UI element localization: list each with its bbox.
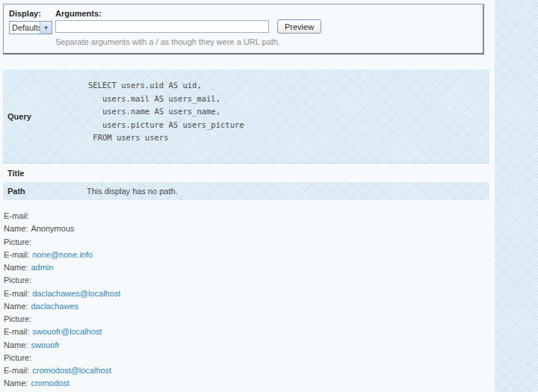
email-field-label: E-mail: — [4, 289, 29, 298]
email-field-label: E-mail: — [4, 366, 29, 375]
arguments-input[interactable] — [55, 20, 269, 33]
email-field-label: E-mail: — [4, 211, 29, 220]
email-field-label: E-mail: — [4, 327, 29, 336]
sql-line: SELECT users.uid AS uid, — [88, 79, 489, 93]
email-field-line: E-mail:none@none.info — [4, 249, 495, 261]
name-value: Anonymous — [31, 224, 74, 233]
email-link[interactable]: daclachawes@localhost — [32, 289, 120, 298]
path-row: Path This display has no path. — [3, 182, 489, 200]
email-field-label: E-mail: — [4, 250, 29, 259]
email-field-line: E-mail:cromodost@localhost — [4, 364, 495, 377]
picture-field-line: Picture: — [4, 352, 495, 364]
display-select-value: Defaults — [10, 22, 40, 34]
user-record: E-mail:daclachawes@localhost Name:daclac… — [4, 287, 495, 326]
preview-controls-fieldset: Display: Defaults ▼ Arguments: Preview S… — [3, 4, 484, 55]
picture-field-line: Picture: — [4, 313, 495, 326]
name-link[interactable]: daclachawes — [31, 302, 78, 311]
path-row-value: This display has no path. — [87, 182, 489, 200]
chevron-down-icon: ▼ — [40, 22, 52, 34]
email-link[interactable]: none@none.info — [32, 250, 93, 259]
name-field-line: Name:Anonymous — [4, 223, 495, 235]
arguments-column: Arguments: Preview Separate arguments wi… — [55, 9, 477, 46]
name-link[interactable]: cromodost — [31, 379, 69, 388]
sql-line: FROM users users — [88, 131, 489, 145]
picture-field-line: Picture: — [4, 236, 495, 249]
arguments-row: Preview — [55, 20, 477, 34]
name-field-label: Name: — [4, 224, 28, 233]
arguments-label: Arguments: — [55, 9, 477, 19]
title-row: Title — [3, 163, 489, 182]
sql-line: users.name AS users_name, — [88, 105, 489, 119]
picture-field-label: Picture: — [4, 314, 31, 323]
name-link[interactable]: swouofr — [31, 340, 60, 349]
user-record: E-mail:none@none.info Name:admin Picture… — [4, 249, 495, 287]
name-field-label: Name: — [4, 302, 28, 311]
user-record: E-mail: Name:Anonymous Picture: — [4, 210, 495, 249]
display-select[interactable]: Defaults ▼ — [9, 21, 52, 34]
name-field-label: Name: — [4, 340, 28, 349]
user-record: E-mail:cromodost@localhost Name:cromodos… — [4, 364, 495, 392]
email-link[interactable]: swouofr@localhost — [32, 327, 102, 336]
name-field-label: Name: — [4, 379, 28, 388]
picture-field-label: Picture: — [4, 276, 31, 284]
path-row-label: Path — [3, 182, 87, 200]
sql-line: users.mail AS users_mail, — [88, 93, 489, 106]
title-row-value — [87, 164, 489, 182]
display-label: Display: — [9, 9, 55, 19]
name-field-line: Name:cromodost — [4, 377, 495, 390]
query-sql-block: SELECT users.uid AS uid, users.mail AS u… — [87, 69, 489, 163]
user-record: E-mail:swouofr@localhost Name:swouofr Pi… — [4, 326, 495, 364]
picture-field-line: Picture: — [4, 274, 495, 287]
main-content: Display: Defaults ▼ Arguments: Preview S… — [0, 0, 495, 392]
picture-field-label: Picture: — [4, 237, 31, 246]
name-field-line: Name:admin — [4, 261, 495, 274]
views-preview-page: { "controls": { "display_label": "Displa… — [0, 0, 538, 392]
preview-user-list: E-mail: Name:Anonymous Picture: E-mail:n… — [4, 210, 495, 392]
title-row-label: Title — [3, 164, 87, 182]
preview-button[interactable]: Preview — [277, 19, 321, 34]
sql-line: users.picture AS users_picture — [88, 119, 489, 132]
name-field-label: Name: — [4, 263, 28, 272]
email-field-line: E-mail:swouofr@localhost — [4, 326, 495, 338]
email-link[interactable]: cromodost@localhost — [32, 366, 111, 375]
view-summary-table: Query SELECT users.uid AS uid, users.mai… — [3, 69, 489, 200]
name-field-line: Name:daclachawes — [4, 300, 495, 313]
query-row: Query SELECT users.uid AS uid, users.mai… — [3, 69, 489, 163]
display-column: Display: Defaults ▼ — [9, 9, 55, 46]
email-field-line: E-mail:daclachawes@localhost — [4, 287, 495, 300]
arguments-help-text: Separate arguments with a / as though th… — [55, 37, 477, 46]
background-texture-band — [495, 0, 538, 392]
name-field-line: Name:swouofr — [4, 339, 495, 352]
query-row-label: Query — [3, 69, 87, 163]
name-link[interactable]: admin — [31, 263, 53, 272]
email-field-line: E-mail: — [4, 210, 495, 223]
picture-field-label: Picture: — [4, 353, 31, 362]
